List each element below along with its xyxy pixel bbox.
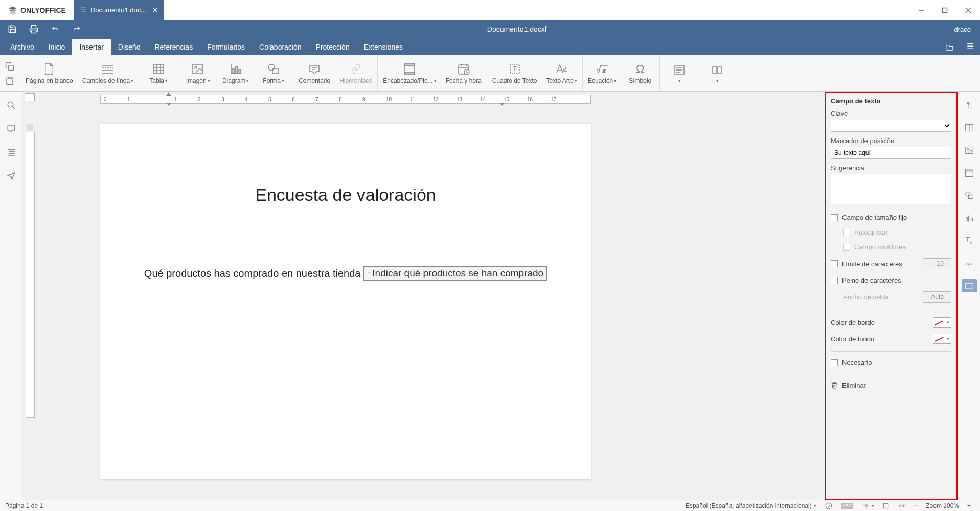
header-footer-icon [402,63,417,75]
svg-rect-60 [968,195,973,198]
delete-button[interactable]: Eliminar [831,381,951,389]
comment-button[interactable]: Comentario [299,63,330,84]
abc-badge[interactable]: ABC [837,503,858,509]
svg-line-47 [12,106,15,109]
paste-icon[interactable] [4,75,15,86]
tab-insertar[interactable]: Insertar [72,39,110,55]
border-color-picker[interactable]: ▾ [933,317,951,328]
close-window-button[interactable] [956,0,980,20]
fit-width-icon[interactable] [894,502,910,509]
spellcheck-icon[interactable] [821,502,837,509]
signature-tab-icon[interactable] [963,257,975,269]
hyperlink-button: Hiperenlace [339,63,372,84]
required-checkbox[interactable] [831,359,838,366]
tab-stop-corner[interactable]: L [25,93,35,101]
page-counter[interactable]: Página 1 de 1 [5,502,43,509]
equation-button[interactable]: x Ecuación▾ [588,63,617,84]
cell-width-row: Ancho de celda [831,291,951,303]
text-form-field[interactable]: ≡ Indicar qué productos se han comprado [363,266,547,281]
bg-color-picker[interactable]: ▾ [933,334,951,344]
svg-rect-61 [966,217,967,221]
image-tab-icon[interactable] [963,144,975,156]
svg-rect-8 [9,65,14,70]
document-tab[interactable]: ☰ Documento1.doc... ✕ [74,0,164,20]
vertical-ruler[interactable] [22,106,38,500]
blank-page-button[interactable]: Página en blanco [26,63,73,84]
text-box-button[interactable]: Cuadro de Texto [492,63,537,84]
document-title: Documento1.docxf [84,25,950,33]
document-page[interactable]: Encuesta de valoración Qué productos has… [100,124,591,479]
text-art-label: Texto Arte [546,77,574,84]
horizontal-ruler[interactable]: 211234567891011121314151617 [38,92,825,106]
shape-button[interactable]: Forma▾ [259,63,288,84]
print-button[interactable] [27,23,41,35]
comb-row[interactable]: Peine de caracteres [831,276,951,284]
table-tab-icon[interactable] [963,122,975,134]
key-select[interactable] [831,120,951,132]
tab-referencias[interactable]: Referencias [147,39,200,55]
svg-rect-32 [405,72,414,75]
close-tab-icon[interactable]: ✕ [152,6,158,14]
controls-1-button[interactable]: ▾ [665,64,694,83]
tab-extensiones[interactable]: Extensiones [357,39,410,55]
autofit-label: Autoajustar [854,228,888,236]
paragraph-tab-icon[interactable]: ¶ [963,99,975,111]
char-limit-row[interactable]: Límite de caracteres [831,258,951,269]
text-art-button[interactable]: Texto Arte▾ [546,63,577,84]
char-limit-input [923,258,951,269]
undo-button[interactable] [48,23,62,35]
text-art-icon [555,63,569,75]
tab-proteccion[interactable]: Protección [309,39,357,55]
shape-tab-icon[interactable] [963,189,975,201]
header-footer-button[interactable]: Encabezado/Pie...▾ [383,63,436,84]
save-button[interactable] [5,23,19,35]
table-button[interactable]: Tabla▾ [144,63,173,84]
tip-textarea[interactable] [831,174,951,204]
comments-icon[interactable] [5,123,17,135]
fixed-size-row[interactable]: Campo de tamaño fijo [831,214,951,221]
breaks-button[interactable]: Cambios de línea▾ [82,63,133,84]
svg-rect-62 [968,216,970,221]
tab-archivo[interactable]: Archivo [3,39,41,55]
search-icon[interactable] [5,99,17,111]
date-time-button[interactable]: Fecha y hora [446,63,482,84]
chart-tab-icon[interactable] [963,212,975,224]
view-settings-icon[interactable]: ☰ [961,37,980,55]
redo-button[interactable] [70,23,84,35]
chart-button[interactable]: Diagram▾ [221,63,250,84]
feedback-icon[interactable] [5,170,17,182]
tab-diseno[interactable]: Diseño [111,39,148,55]
headings-icon[interactable] [5,146,17,158]
svg-rect-64 [965,283,973,288]
symbol-button[interactable]: Ω Símbolo [626,63,654,84]
fit-page-icon[interactable] [878,502,894,509]
zoom-in-button[interactable]: + [963,502,975,509]
tab-inicio[interactable]: Inicio [41,39,73,55]
user-name[interactable]: draco [950,26,975,33]
comb-checkbox[interactable] [831,277,838,284]
tab-colaboracion[interactable]: Colaboración [252,39,309,55]
open-location-icon[interactable] [939,39,961,55]
textart-tab-icon[interactable]: Ta [963,234,975,246]
required-row[interactable]: Necesario [831,359,951,366]
tab-formularios[interactable]: Formularios [200,39,252,55]
image-button[interactable]: Imagen▾ [184,63,212,84]
controls-2-button[interactable]: ▾ [703,64,732,83]
form-tab-icon[interactable] [962,279,977,292]
language-label: Español (España, alfabetización internac… [686,502,812,509]
image-label: Imagen [186,77,207,84]
track-changes-icon[interactable]: ▾ [857,502,878,509]
cell-width-label: Ancho de celda [843,293,889,301]
zoom-label[interactable]: Zoom 100% [922,502,963,509]
placeholder-label: Marcador de posición [831,137,951,145]
placeholder-input[interactable] [831,147,951,159]
controls-2-icon [710,64,724,76]
maximize-button[interactable] [933,0,956,20]
zoom-out-button[interactable]: − [910,502,922,509]
char-limit-checkbox[interactable] [831,260,838,267]
copy-icon[interactable] [4,61,15,72]
header-tab-icon[interactable] [963,167,975,179]
minimize-button[interactable] [909,0,933,20]
language-selector[interactable]: Español (España, alfabetización internac… [681,502,821,509]
fixed-size-checkbox[interactable] [831,214,838,221]
